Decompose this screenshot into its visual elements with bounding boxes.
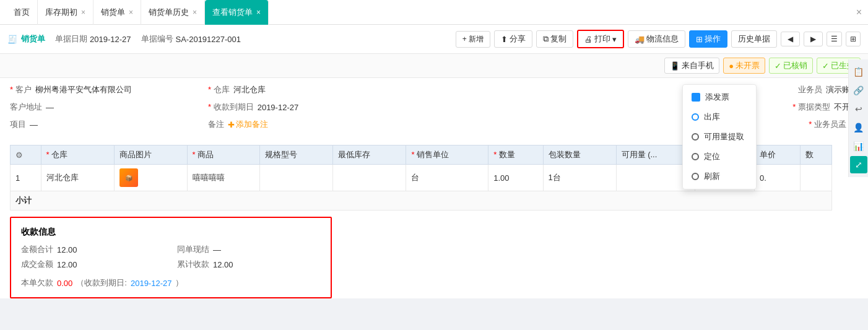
out-stock-icon	[692, 113, 699, 121]
locate-icon	[692, 153, 699, 160]
dropdown-locate[interactable]: 定位	[683, 147, 756, 167]
row-unit-price: 0.	[755, 165, 801, 191]
doc-meta: 单据日期 2019-12-27 单据编号 SA-20191227-001	[55, 33, 241, 45]
sidebar-undo-icon[interactable]: ↩	[850, 100, 867, 118]
due-date-label: 收款到期日	[208, 102, 254, 113]
doc-icon: 🧾	[7, 35, 17, 44]
effective-icon: ✓	[822, 61, 829, 71]
number-value: SA-20191227-001	[176, 35, 241, 44]
sidebar-expand-icon[interactable]: ⤢	[850, 156, 867, 173]
tab-view-sales[interactable]: 查看销货单 ×	[205, 0, 269, 25]
col-amount: 数	[800, 145, 831, 165]
col-unit-price: 单价	[755, 145, 801, 165]
tab-close-view[interactable]: ×	[256, 8, 261, 17]
doc-type: 🧾 销货单	[7, 33, 45, 45]
share-button[interactable]: ⬆ 分享	[494, 30, 532, 48]
right-sidebar: 📋 🔗 ↩ 👤 📊 ⤢	[848, 59, 868, 177]
dropdown-available-extract[interactable]: 可用量提取	[683, 127, 756, 147]
project-value: —	[30, 120, 38, 129]
dropdown-refresh[interactable]: 刷新	[683, 167, 756, 186]
view-toggle-list[interactable]: ☰	[827, 32, 842, 46]
tab-sales-order[interactable]: 销货单 ×	[93, 0, 141, 25]
sidebar-chart-icon[interactable]: 📊	[850, 137, 867, 155]
history-button[interactable]: 历史单据	[731, 30, 777, 48]
verified-btn[interactable]: ✓ 已核销	[769, 58, 813, 74]
dropdown-add-invoice[interactable]: 添发票	[683, 87, 756, 107]
doc-actions: + 新增 ⬆ 分享 ⧉ 复制 🖨 打印 ▾ 🚚 物流信息	[456, 30, 861, 48]
tab-close-inventory[interactable]: ×	[81, 8, 85, 17]
customer-label: 客户	[10, 84, 32, 95]
gear-icon[interactable]: ⚙	[15, 150, 23, 160]
tab-close-sales[interactable]: ×	[129, 8, 133, 17]
deal-amount-value: 12.00	[57, 260, 77, 269]
new-button[interactable]: + 新增	[456, 31, 490, 48]
total-value: 12.00	[57, 245, 77, 254]
not-open-btn[interactable]: ● 未开票	[723, 58, 765, 74]
deal-amount: 成交金额 12.00	[21, 259, 165, 270]
salesman-label: 业务员	[798, 84, 822, 95]
deal-amount-label: 成交金额	[21, 259, 53, 270]
col-unit: 销售单位	[406, 145, 488, 165]
row-unit: 台	[406, 165, 488, 191]
note-label: 备注	[208, 119, 224, 130]
warehouse-field: 仓库 河北仓库	[208, 84, 332, 95]
ticket-label: 票据类型	[792, 102, 830, 113]
col-min-stock: 最低库存	[333, 145, 406, 165]
copy-button[interactable]: ⧉ 复制	[536, 30, 573, 48]
refresh-icon	[692, 173, 699, 180]
tab-close-history[interactable]: ×	[193, 8, 197, 17]
row-product: 嘻嘻嘻嘻	[187, 165, 260, 191]
logistics-button[interactable]: 🚚 物流信息	[628, 30, 685, 48]
add-note-btn[interactable]: ✚ 添加备注	[228, 119, 268, 130]
tab-home[interactable]: 首页	[6, 0, 38, 25]
grid-icon: ⊞	[696, 35, 703, 44]
due-note: （收款到期日:	[76, 277, 127, 289]
current-arrears: 本单欠款 0.00 （收款到期日: 2019-12-27 ）	[21, 277, 321, 289]
row-qty: 1.00	[488, 165, 543, 191]
print-dropdown-arrow: ▾	[612, 35, 617, 44]
next-button[interactable]: ▶	[804, 32, 823, 46]
view-toggle-grid[interactable]: ⊞	[846, 32, 861, 46]
copy-icon: ⧉	[543, 34, 549, 44]
row-pkg-qty: 1台	[543, 165, 616, 191]
tab-sales-history[interactable]: 销货单历史 ×	[141, 0, 205, 25]
address-field: 客户地址 —	[10, 102, 196, 113]
print-button[interactable]: 🖨 打印 ▾	[577, 30, 624, 48]
col-product: 商品	[187, 145, 260, 165]
row-warehouse: 河北仓库	[41, 165, 114, 191]
row-image: 📦	[114, 165, 187, 191]
summary-title: 收款信息	[21, 227, 321, 238]
doc-date-field: 单据日期 2019-12-27	[55, 33, 131, 45]
sidebar-doc-icon[interactable]: 📋	[850, 63, 867, 80]
customer-value: 柳州粤港平安气体有限公司	[35, 84, 132, 95]
prev-button[interactable]: ◀	[781, 32, 800, 46]
number-label: 单据编号	[141, 33, 173, 45]
sidebar-link-icon[interactable]: 🔗	[850, 82, 867, 99]
tab-inventory-init[interactable]: 库存期初 ×	[38, 0, 93, 25]
close-all-icon[interactable]: ×	[856, 7, 862, 18]
customer-field: 客户 柳州粤港平安气体有限公司	[10, 84, 196, 95]
from-phone-btn[interactable]: 📱 来自手机	[664, 58, 719, 74]
due-date-value: 2019-12-27	[258, 103, 299, 112]
share-icon: ⬆	[501, 35, 508, 44]
extract-icon	[692, 133, 699, 141]
sidebar-user-icon[interactable]: 👤	[850, 119, 867, 136]
note-field: 备注 ✚ 添加备注	[208, 119, 332, 130]
dropdown-out-stock[interactable]: 出库	[683, 107, 756, 127]
due-date-field: 收款到期日 2019-12-27	[208, 102, 332, 113]
total-amount: 金额合计 12.00	[21, 244, 165, 255]
col-warehouse: 仓库	[41, 145, 114, 165]
row-min-stock	[333, 165, 406, 191]
operate-button[interactable]: ⊞ 操作	[689, 30, 727, 48]
col-qty: 数量	[488, 145, 543, 165]
cumulative-value: 12.00	[213, 260, 233, 269]
subtotal-label: 小计	[11, 191, 832, 211]
truck-icon: 🚚	[635, 35, 644, 44]
date-label: 单据日期	[55, 33, 87, 45]
total-label: 金额合计	[21, 244, 53, 255]
check-icon: ✓	[775, 61, 781, 71]
date-value: 2019-12-27	[90, 35, 131, 44]
same-settlement-value: —	[213, 245, 221, 254]
col-settings: ⚙	[11, 145, 41, 165]
project-field: 项目 —	[10, 119, 196, 130]
